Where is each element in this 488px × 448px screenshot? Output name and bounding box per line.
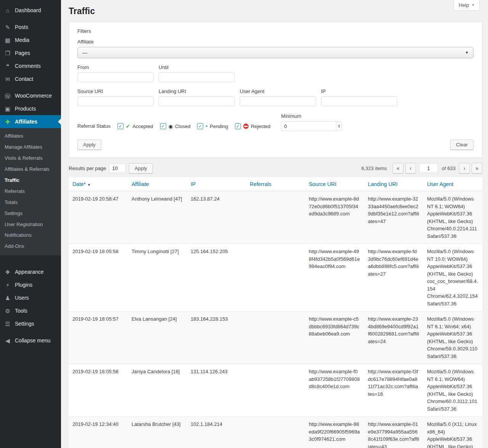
sidebar-item-users[interactable]: ♟ Users [0, 291, 61, 304]
cell-affiliate: Latarsha Brutcher [43] [128, 417, 187, 448]
table-header-row: Date*▼ Affiliate IP Referrals Source URI… [69, 177, 482, 191]
last-page-button[interactable]: » [472, 163, 482, 173]
sidebar-item-label: Pages [15, 50, 30, 56]
sidebar-separator [0, 85, 61, 89]
column-header-user-agent[interactable]: User Agent [427, 181, 453, 187]
sidebar-item-products[interactable]: ▣ Products [0, 102, 61, 115]
cell-source-uri: http://www.example-498f4fd342b5a0f569d61… [305, 244, 364, 312]
closed-checkbox[interactable]: ✓ [160, 123, 166, 129]
cell-date: 2019-02-19 18:05:56 [69, 364, 128, 417]
column-header-label: Date* [72, 181, 86, 187]
next-page-button[interactable]: › [459, 163, 470, 173]
sidebar-item-affiliates[interactable]: ✚ Affiliates [0, 115, 61, 128]
apply-per-page-button[interactable]: Apply [129, 163, 153, 173]
prev-page-button[interactable]: ‹ [405, 163, 416, 173]
until-input[interactable] [159, 72, 235, 82]
sidebar-item-appearance[interactable]: ❖ Appearance [0, 265, 61, 278]
column-header-label: Source URI [309, 181, 336, 187]
cell-date: 2019-02-19 18:05:58 [69, 244, 128, 312]
sidebar-item-pages[interactable]: ❐ Pages [0, 47, 61, 59]
per-page-input[interactable] [109, 164, 126, 173]
accepted-checkbox[interactable]: ✓ [117, 123, 124, 129]
spinner-down-icon[interactable]: ▼ [338, 126, 340, 128]
sidebar-subitem-user-registration[interactable]: User Registration [0, 219, 61, 230]
sidebar-item-plugins[interactable]: ⚡ Plugins [0, 278, 61, 291]
cell-landing-uri: http://www.example-f3fdc617e78894f4fae0a… [364, 364, 423, 417]
sidebar-item-woocommerce[interactable]: Ⓦ WooCommerce [0, 89, 61, 102]
sidebar-subitem-affiliates[interactable]: Affiliates [0, 131, 61, 142]
minimum-group: Minimum ▲ ▼ [281, 113, 342, 131]
sidebar-subitem-traffic[interactable]: Traffic [0, 175, 61, 186]
column-header-label: Affiliate [132, 181, 149, 187]
settings-icon: ☰ [4, 321, 11, 327]
sidebar-item-label: Affiliates [15, 119, 37, 125]
sidebar-item-contact[interactable]: ✉ Contact [0, 72, 61, 85]
cell-source-uri: http://www.example-f0ab937258b1f27709808… [305, 364, 364, 417]
column-header-label: Referrals [250, 181, 271, 187]
cell-date: 2019-02-19 20:58:47 [69, 191, 128, 244]
cell-source-uri: http://www.example-8d72e0c86b0f513705f34… [305, 191, 364, 244]
sidebar-item-tools[interactable]: ⚙ Tools [0, 304, 61, 317]
status-pending-group: ✓ ● Pending [197, 123, 228, 131]
ip-label: IP [321, 88, 397, 94]
sidebar-item-label: Dashboard [15, 7, 41, 13]
sidebar-subitem-add-ons[interactable]: Add-Ons [0, 241, 61, 252]
sidebar-subitem-totals[interactable]: Totals [0, 197, 61, 208]
column-header-source-uri[interactable]: Source URI [309, 181, 336, 187]
per-page-label: Results per page [69, 165, 106, 171]
sidebar-item-collapse-menu[interactable]: ◀ Collapse menu [0, 334, 61, 347]
sidebar-item-label: WooCommerce [15, 93, 52, 99]
affiliate-select[interactable]: — ▼ [77, 47, 474, 58]
column-header-affiliate[interactable]: Affiliate [132, 181, 149, 187]
column-header-date[interactable]: Date*▼ [72, 181, 91, 187]
pending-icon: ● [205, 125, 207, 128]
sidebar-item-settings[interactable]: ☰ Settings [0, 317, 61, 330]
rejected-checkbox[interactable]: ✓ [235, 123, 241, 129]
pending-checkbox[interactable]: ✓ [197, 123, 203, 129]
sidebar-subitem-visits-referrals[interactable]: Visits & Referrals [0, 153, 61, 164]
cell-user-agent: Mozilla/5.0 (Windows NT 6.1; Win64; x64)… [423, 312, 482, 364]
source-uri-input[interactable] [77, 96, 154, 106]
current-page-input[interactable] [419, 163, 438, 173]
sidebar-item-posts[interactable]: ✎ Posts [0, 21, 61, 34]
column-header-landing-uri[interactable]: Landing URI [368, 181, 398, 187]
apply-filters-button[interactable]: Apply [77, 140, 101, 150]
sidebar-item-comments[interactable]: ❝ Comments [0, 59, 61, 72]
sidebar-subitem-affiliates-referrals[interactable]: Affiliates & Referrals [0, 164, 61, 175]
column-header-referrals[interactable]: Referrals [250, 181, 271, 187]
minimum-input[interactable] [281, 121, 342, 131]
main-content: Help ▼ Traffic Filters Affiliate — ▼ Fro… [61, 0, 488, 448]
source-uri-label: Source URI [77, 88, 154, 94]
users-icon: ♟ [4, 295, 11, 301]
products-icon: ▣ [4, 106, 11, 112]
help-button[interactable]: Help ▼ [454, 0, 480, 11]
ip-input[interactable] [321, 96, 397, 106]
sidebar-item-media[interactable]: ▦ Media [0, 34, 61, 47]
sidebar-item-label: Contact [15, 76, 33, 82]
first-page-button[interactable]: « [393, 163, 403, 173]
cell-user-agent: Mozilla/5.0 (Windows NT 10.0; WOW64) App… [423, 244, 482, 312]
sidebar-subitem-settings[interactable]: Settings [0, 208, 61, 219]
from-input[interactable] [77, 72, 154, 82]
clear-filters-button[interactable]: Clear [450, 140, 474, 150]
landing-uri-input[interactable] [159, 96, 235, 106]
cell-source-uri: http://www.example-98eda9f220f66905f5969… [305, 417, 364, 448]
sidebar-subitem-referrals[interactable]: Referrals [0, 186, 61, 197]
user-agent-input[interactable] [240, 96, 316, 106]
column-header-ip[interactable]: IP [191, 181, 196, 187]
sidebar-separator [0, 17, 61, 21]
status-closed-group: ✓ ◉ Closed [160, 123, 191, 131]
posts-icon: ✎ [4, 24, 11, 30]
accepted-label: Accepted [132, 124, 153, 129]
admin-sidebar: ⌂ Dashboard ✎ Posts ▦ Media ❐ Pages ❝ Co… [0, 0, 61, 448]
cell-affiliate: Anthony Leinwand [47] [128, 191, 187, 244]
sidebar-item-label: Tools [15, 308, 27, 314]
number-spinner[interactable]: ▲ ▼ [336, 122, 342, 131]
table-row: 2019-02-19 12:34:40 Latarsha Brutcher [4… [69, 417, 482, 448]
sidebar-item-dashboard[interactable]: ⌂ Dashboard [0, 4, 61, 17]
sidebar-subitem-notifications[interactable]: Notifications [0, 230, 61, 241]
cell-date: 2019-02-19 12:34:40 [69, 417, 128, 448]
contact-icon: ✉ [4, 76, 11, 82]
sidebar-item-label: Users [15, 295, 29, 301]
sidebar-subitem-manage-affiliates[interactable]: Manage Affiliates [0, 142, 61, 153]
